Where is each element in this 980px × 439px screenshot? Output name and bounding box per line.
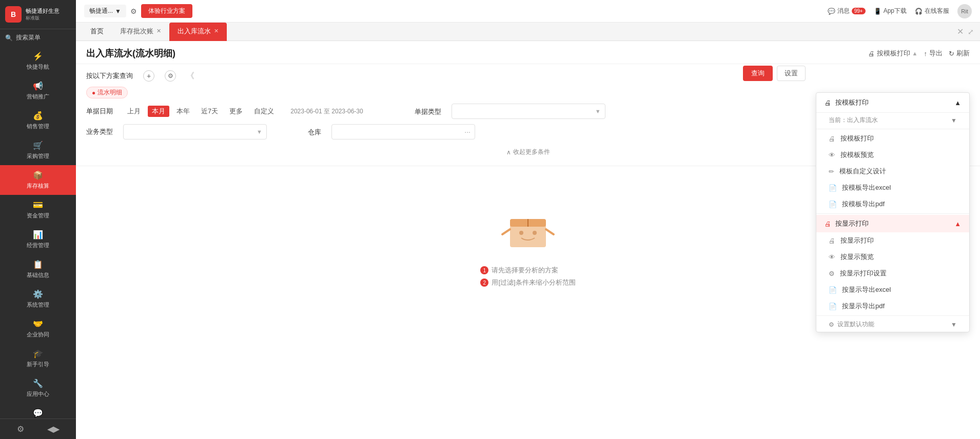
empty-step-1: 1 请先选择要分析的方案 xyxy=(480,266,575,275)
logo-icon: B xyxy=(5,6,22,23)
dp-item-template-pdf[interactable]: 📄 按模板导出pdf xyxy=(816,196,969,212)
sidebar-nav: ⚡ 快捷导航 📢 营销推广 💰 销售管理 🛒 采购管理 📦 库存核算 💳 资金管… xyxy=(0,46,76,418)
export-label: 导出 xyxy=(929,49,943,58)
filter-collapse-button[interactable]: 《 xyxy=(186,71,194,82)
sidebar-item-guide[interactable]: 🎓 新手引导 xyxy=(0,344,76,373)
sidebar-item-label: 经营管理 xyxy=(27,242,49,249)
tab-expand-icon[interactable]: ⤢ xyxy=(968,28,974,36)
dp-section-display-content: 🖨 按显示打印 xyxy=(825,219,869,228)
app-download-item[interactable]: 📱 App下载 xyxy=(874,7,907,15)
header-username[interactable]: 畅捷通... ▼ xyxy=(84,5,126,17)
sidebar-item-quick-nav[interactable]: ⚡ 快捷导航 xyxy=(0,46,76,76)
dp-template-excel-label: 按模板导出excel xyxy=(842,183,891,192)
logo-title: 畅捷通好生意 xyxy=(26,7,60,14)
dp-item-display-preview[interactable]: 👁 按显示预览 xyxy=(816,249,969,265)
logo-badge: 标准版 xyxy=(26,15,60,22)
dp-item-display-settings[interactable]: ⚙ 按显示打印设置 xyxy=(816,265,969,282)
step1-num: 1 xyxy=(480,266,488,274)
sidebar-item-operation[interactable]: 📊 经营管理 xyxy=(0,225,76,254)
tab-batch-close-icon[interactable]: ✕ xyxy=(156,28,161,34)
quick-nav-icon: ⚡ xyxy=(33,51,43,61)
sidebar-search[interactable]: 🔍 搜索菜单 xyxy=(0,29,76,46)
dp-header: 🖨 按模板打印 ▲ xyxy=(816,93,969,113)
dp-header-content: 🖨 按模板打印 xyxy=(825,98,869,107)
date-opt-custom[interactable]: 自定义 xyxy=(250,106,278,117)
sidebar-item-label: 系统管理 xyxy=(27,301,49,309)
empty-step-2: 2 用[过滤]条件来缩小分析范围 xyxy=(480,278,575,287)
dp-item-template-preview[interactable]: 👁 按模板预览 xyxy=(816,147,969,163)
print-template-btn[interactable]: 🖨 按模板打印 ▲ xyxy=(868,49,918,58)
phone-icon: 📱 xyxy=(874,8,881,15)
query-button[interactable]: 查询 xyxy=(743,66,773,81)
collapse-icon[interactable]: ◀▶ xyxy=(47,424,60,434)
export-btn[interactable]: ↑ 导出 xyxy=(924,49,943,58)
settings-button[interactable]: 设置 xyxy=(777,66,806,81)
tab-flow[interactable]: 出入库流水 ✕ xyxy=(169,23,227,41)
header-right: 💬 消息 99+ 📱 App下载 🎧 在线客服 Rit xyxy=(828,4,972,18)
dp-current-label: 当前：出入库流水 xyxy=(829,116,878,125)
sidebar-item-purchase[interactable]: 🛒 采购管理 xyxy=(0,135,76,165)
dp-item-template-design[interactable]: ✏ 模板自定义设计 xyxy=(816,163,969,179)
dp-current: 当前：出入库流水 ▼ xyxy=(816,113,969,128)
biz-type-select[interactable]: ▼ xyxy=(123,124,267,139)
dp-current-arrow-icon[interactable]: ▼ xyxy=(951,117,957,124)
tab-home[interactable]: 首页 xyxy=(82,23,112,41)
warehouse-more-icon[interactable]: ··· xyxy=(464,128,471,136)
dp-display-pdf-label: 按显示导出pdf xyxy=(842,302,885,311)
purchase-icon: 🛒 xyxy=(33,141,43,150)
date-opt-last-month[interactable]: 上月 xyxy=(123,106,145,117)
tab-batch-account[interactable]: 库存批次账 ✕ xyxy=(112,23,169,41)
dp-item-display-excel[interactable]: 📄 按显示导出excel xyxy=(816,282,969,298)
export-icon: ↑ xyxy=(924,50,928,57)
message-item[interactable]: 💬 消息 99+ xyxy=(828,7,866,15)
dp-item-template-print[interactable]: 🖨 按模板打印 xyxy=(816,130,969,147)
empty-icon xyxy=(497,196,559,257)
header-gear-icon[interactable]: ⚙ xyxy=(130,7,137,15)
dp-item-display-print[interactable]: 🖨 按显示打印 xyxy=(816,232,969,249)
sidebar-bottom: ⚙ ◀▶ xyxy=(0,418,76,439)
search-icon: 🔍 xyxy=(5,34,13,42)
doc-type-select[interactable]: ▼ xyxy=(452,104,605,119)
settings-icon[interactable]: ⚙ xyxy=(17,424,24,434)
dp-section-display[interactable]: 🖨 按显示打印 ▲ xyxy=(816,215,969,232)
sidebar-item-collab[interactable]: 🤝 企业协同 xyxy=(0,314,76,344)
sidebar-item-appstore[interactable]: 🔧 应用中心 xyxy=(0,373,76,403)
sidebar-item-inventory[interactable]: 📦 库存核算 xyxy=(0,165,76,195)
dp-section-arrow-up-icon: ▲ xyxy=(954,220,961,228)
dp-display-preview-label: 按显示预览 xyxy=(840,252,874,262)
dp-item-template-excel[interactable]: 📄 按模板导出excel xyxy=(816,179,969,196)
user-avatar[interactable]: Rit xyxy=(957,4,972,18)
filter-tag[interactable]: ● 流水明细 xyxy=(86,87,128,98)
sidebar-item-finance[interactable]: 💳 资金管理 xyxy=(0,195,76,225)
avatar-text: Rit xyxy=(961,8,968,14)
date-opt-this-year[interactable]: 本年 xyxy=(172,106,194,117)
tab-close-panel-icon[interactable]: ✕ xyxy=(957,27,964,36)
username-text: 畅捷通... xyxy=(89,7,113,15)
sidebar-item-basic[interactable]: 📋 基础信息 xyxy=(0,254,76,284)
filter-settings-button[interactable]: ⚙ xyxy=(165,70,176,82)
date-opt-7days[interactable]: 近7天 xyxy=(197,106,222,117)
refresh-btn[interactable]: ↻ 刷新 xyxy=(949,49,970,58)
dp-template-pdf-label: 按模板导出pdf xyxy=(842,199,885,209)
online-service-item[interactable]: 🎧 在线客服 xyxy=(915,7,949,15)
warehouse-select[interactable]: ··· xyxy=(331,124,475,139)
sidebar-item-label: 资金管理 xyxy=(27,212,49,220)
dp-template-excel-icon: 📄 xyxy=(829,184,837,192)
guide-icon: 🎓 xyxy=(33,349,43,358)
date-opt-this-month[interactable]: 本月 xyxy=(148,106,169,117)
dp-print-icon: 🖨 xyxy=(825,99,831,107)
dp-divider-2 xyxy=(816,213,969,214)
sidebar-item-sales[interactable]: 💰 销售管理 xyxy=(0,106,76,135)
page-header: 出入库流水(流水明细) 🖨 按模板打印 ▲ ↑ 导出 ↻ 刷新 xyxy=(76,41,980,64)
dp-collapse-arrow-icon[interactable]: ▲ xyxy=(954,99,961,107)
tab-flow-close-icon[interactable]: ✕ xyxy=(214,28,219,34)
filter-add-button[interactable]: + xyxy=(143,70,154,82)
trial-button[interactable]: 体验行业方案 xyxy=(141,4,192,18)
dp-template-print-icon: 🖨 xyxy=(829,135,835,143)
sidebar-item-marketing[interactable]: 📢 营销推广 xyxy=(0,76,76,106)
sidebar-item-wechat[interactable]: 💬 企业微信 xyxy=(0,403,76,418)
date-opt-more[interactable]: 更多 xyxy=(225,106,247,117)
sidebar-item-system[interactable]: ⚙️ 系统管理 xyxy=(0,284,76,314)
dp-item-display-pdf[interactable]: 📄 按显示导出pdf xyxy=(816,298,969,314)
dp-footer[interactable]: ⚙ 设置默认功能 ▼ xyxy=(816,317,969,332)
